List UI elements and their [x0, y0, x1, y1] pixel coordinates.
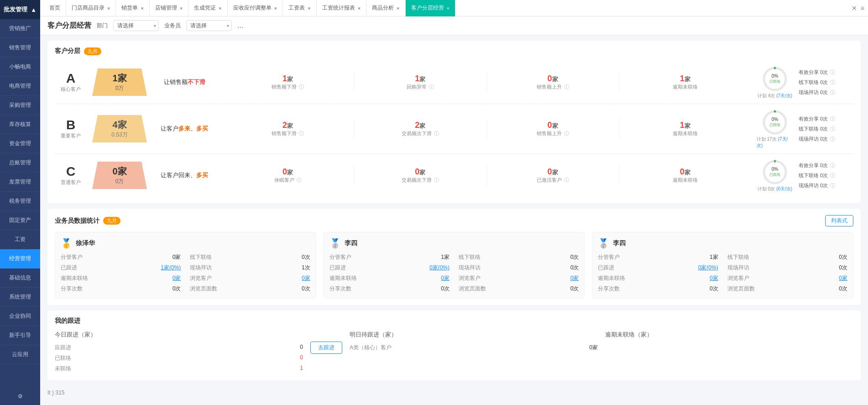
tab-close-销货单[interactable]: ×	[141, 5, 143, 11]
tier-stat-label: 逾期未联络	[623, 130, 748, 137]
tab-close-门店商品目录[interactable]: ×	[107, 5, 110, 11]
sidebar-item-发票管理[interactable]: 发票管理	[0, 173, 40, 192]
info-icon[interactable]: ⓘ	[434, 177, 439, 184]
tab-工资统计报表[interactable]: 工资统计报表×	[317, 0, 366, 16]
biz-section-badge: 九月	[103, 217, 120, 225]
rep-stat-value[interactable]: 0家	[710, 274, 718, 282]
tab-工资表[interactable]: 工资表×	[283, 0, 316, 16]
rep-stat-row: 浏览页面数0次	[459, 285, 579, 293]
info-icon[interactable]: ⓘ	[299, 84, 304, 90]
info-icon[interactable]: ⓘ	[564, 130, 569, 137]
go-follow-col: 去跟进	[310, 331, 342, 374]
sidebar-item-采购管理[interactable]: 采购管理	[0, 96, 40, 115]
info-icon[interactable]: ⓘ	[830, 79, 835, 85]
tier-stat-count: 0家	[358, 167, 482, 177]
info-icon[interactable]: ⓘ	[830, 89, 835, 95]
tier-suggestion-C: 让客户回来、多买	[152, 171, 216, 179]
tab-销货单[interactable]: 销货单×	[116, 0, 149, 16]
info-icon[interactable]: ⓘ	[830, 173, 835, 178]
info-icon[interactable]: ⓘ	[830, 136, 835, 142]
tier-stat-unit: 家	[287, 122, 293, 129]
info-icon[interactable]: ⓘ	[564, 84, 569, 90]
dept-select[interactable]: 请选择	[113, 20, 159, 31]
tab-商品分析[interactable]: 商品分析×	[366, 0, 405, 16]
list-view-btn[interactable]: 列表式	[825, 215, 853, 226]
tier-stat-item: 0家销售额上升ⓘ	[487, 119, 619, 139]
tier-circle-C: 0% 已联络 计划 0次 (0天/次)	[757, 158, 793, 192]
follow-cols: 今日跟进（家） 应跟进0已联络0未联络1 去跟进 明日待跟进（家） A类（核心）…	[55, 331, 853, 374]
tier-stats-C: 0家休眠客户ⓘ0家交易频次下滑ⓘ0家已激活客户ⓘ0家逾期未联络	[222, 165, 751, 185]
tab-close-工资表[interactable]: ×	[308, 5, 310, 11]
sidebar-item-固定资产[interactable]: 固定资产	[0, 211, 40, 230]
sidebar-item-销售管理[interactable]: 销售管理	[0, 38, 40, 58]
sidebar-item-企业协同[interactable]: 企业协同	[0, 307, 40, 326]
sidebar-header[interactable]: 批发管理 ▲	[0, 0, 40, 19]
circle-svg: 0% 已联络	[761, 109, 789, 136]
info-icon[interactable]: ⓘ	[429, 84, 434, 90]
sidebar-item-系统管理[interactable]: 系统管理	[0, 288, 40, 307]
info-icon[interactable]: ⓘ	[830, 163, 835, 168]
tab-生成凭证[interactable]: 生成凭证×	[188, 0, 227, 16]
info-icon[interactable]: ⓘ	[830, 183, 835, 188]
tab-close-all-icon[interactable]: ✕	[852, 5, 857, 12]
toolbar-more-btn[interactable]: ...	[237, 21, 243, 30]
tier-stat-unit: 家	[287, 76, 293, 83]
info-icon[interactable]: ⓘ	[830, 126, 835, 131]
tab-门店商品目录[interactable]: 门店商品目录×	[66, 0, 116, 16]
rep-stat-value[interactable]: 0家	[441, 274, 450, 282]
agent-select[interactable]: 请选择	[186, 20, 232, 31]
tab-店铺管理[interactable]: 店铺管理×	[150, 0, 188, 16]
info-icon[interactable]: ⓘ	[299, 130, 304, 137]
tier-row-A: A核心客户1家0万让销售额不下滑1家销售额下滑ⓘ1家回购异常ⓘ0家销售额上升ⓘ1…	[55, 61, 853, 104]
circle-plan: 计划 17次 (7天/次)	[757, 136, 793, 149]
tab-close-生成凭证[interactable]: ×	[219, 5, 221, 11]
tab-close-工资统计报表[interactable]: ×	[358, 5, 361, 11]
info-icon[interactable]: ⓘ	[564, 177, 569, 184]
rep-stat-row: 浏览页面数0次	[727, 285, 847, 293]
sidebar-item-电商管理[interactable]: 电商管理	[0, 77, 40, 96]
tab-首页[interactable]: 首页	[44, 0, 66, 16]
info-icon[interactable]: ⓘ	[830, 116, 835, 121]
circle-plan: 计划 4次 (7天/次)	[758, 93, 792, 99]
rep-stat-value[interactable]: 0家	[173, 274, 181, 282]
sidebar-item-云应用[interactable]: 云应用	[0, 345, 40, 364]
circle-plan-link[interactable]: (7天/次)	[776, 93, 792, 98]
info-icon[interactable]: ⓘ	[297, 177, 302, 184]
tab-客户分层经营[interactable]: 客户分层经营×	[406, 0, 455, 16]
info-icon[interactable]: ⓘ	[434, 130, 439, 137]
rep-stat-label: 浏览客户	[459, 274, 481, 282]
tier-stat-unit: 家	[685, 169, 690, 176]
sidebar-item-经营管理[interactable]: 经营管理	[0, 249, 40, 268]
rep-stat-value[interactable]: 0家	[302, 274, 310, 282]
sidebar-item-库存核算[interactable]: 库存核算	[0, 115, 40, 134]
rep-stat-value[interactable]: 0家	[570, 274, 579, 282]
sidebar-item-工资[interactable]: 工资	[0, 230, 40, 249]
rep-stat-value[interactable]: 0家	[839, 274, 847, 282]
circle-svg: 0% 已联络	[761, 65, 789, 93]
sidebar-item-新手引导[interactable]: 新手引导	[0, 326, 40, 345]
rep-stat-value[interactable]: 0家(0%)	[698, 264, 718, 272]
sidebar-item-营销推广[interactable]: 营销推广	[0, 19, 40, 38]
sidebar-item-资金管理[interactable]: 资金管理	[0, 134, 40, 153]
circle-plan-link[interactable]: (7天/次)	[757, 137, 788, 148]
tab-close-应收应付调整单[interactable]: ×	[274, 5, 277, 11]
sidebar-item-小畅电商[interactable]: 小畅电商	[0, 58, 40, 77]
tier-stat-unit: 家	[419, 169, 425, 176]
tier-stat-label: 销售额上升ⓘ	[491, 130, 615, 137]
info-icon[interactable]: ⓘ	[830, 69, 835, 75]
rep-stat-value[interactable]: 1家(0%)	[161, 264, 181, 272]
sidebar-collapse-icon[interactable]: ▲	[31, 6, 37, 13]
circle-plan-link[interactable]: (0天/次)	[776, 186, 792, 191]
tab-close-商品分析[interactable]: ×	[397, 5, 399, 11]
summary-line: 线下联络 0次 ⓘ	[799, 170, 853, 180]
tab-more-icon[interactable]: ≡	[861, 5, 864, 12]
go-follow-btn[interactable]: 去跟进	[310, 342, 342, 354]
tab-close-客户分层经营[interactable]: ×	[447, 5, 450, 11]
tab-close-店铺管理[interactable]: ×	[180, 5, 183, 11]
sidebar-settings[interactable]: ⚙	[0, 388, 40, 405]
tab-应收应付调整单[interactable]: 应收应付调整单×	[228, 0, 283, 16]
sidebar-item-基础信息[interactable]: 基础信息	[0, 268, 40, 288]
rep-stat-value[interactable]: 0家(0%)	[429, 264, 450, 272]
sidebar-item-税务管理[interactable]: 税务管理	[0, 192, 40, 211]
sidebar-item-总账管理[interactable]: 总账管理	[0, 153, 40, 173]
